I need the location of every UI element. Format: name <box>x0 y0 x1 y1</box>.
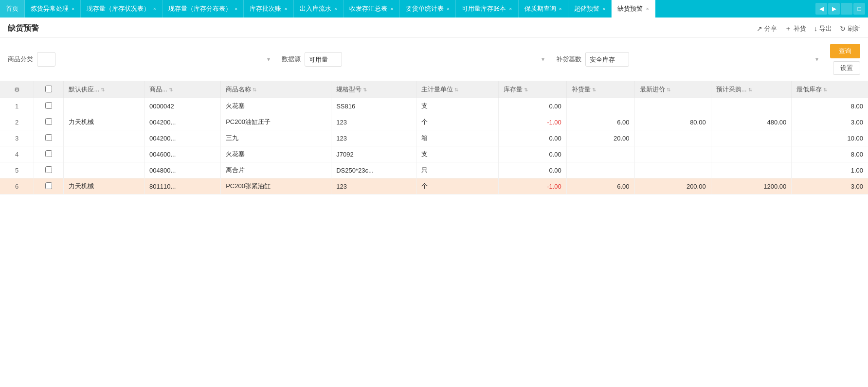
sort-icon: ⇅ <box>823 87 827 92</box>
tab-inventory-dist[interactable]: 现存量（库存分布表） × <box>163 0 244 18</box>
tab-batch-account[interactable]: 库存批次账 × <box>244 0 293 18</box>
close-icon[interactable]: × <box>447 6 450 12</box>
gear-icon[interactable]: ⚙ <box>5 86 29 93</box>
th-min-stock[interactable]: 最低库存 ⇅ <box>792 81 868 98</box>
table-row: 2力天机械004200...PC200油缸庄子123个-1.006.0080.0… <box>0 114 868 130</box>
cell-spec: SS816 <box>331 98 416 114</box>
th-spec[interactable]: 规格型号 ⇅ <box>331 81 416 98</box>
export-button[interactable]: ↓ 导出 <box>814 24 832 33</box>
cell-check <box>34 178 64 194</box>
replenish-base-select[interactable]: 安全库存 <box>585 52 629 67</box>
tab-inventory-status[interactable]: 现存量（库存状况表） × <box>81 0 162 18</box>
tab-home[interactable]: 首页 <box>0 0 25 18</box>
replenish-base-label: 补货基数 <box>556 55 581 64</box>
cell-latest-price <box>634 98 711 114</box>
cell-forecast-purchase <box>711 130 792 146</box>
row-checkbox[interactable] <box>45 166 52 173</box>
close-icon[interactable]: × <box>646 6 649 12</box>
row-checkbox[interactable] <box>45 182 52 189</box>
cell-unit: 箱 <box>416 130 498 146</box>
cell-supplier <box>64 130 145 146</box>
nav-prev-button[interactable]: ◀ <box>815 3 827 15</box>
tab-available-ledger[interactable]: 可用量库存账本 × <box>456 0 518 18</box>
nav-maximize-button[interactable]: □ <box>853 3 865 15</box>
close-icon[interactable]: × <box>509 6 512 12</box>
cell-spec: 123 <box>331 114 416 130</box>
nav-minimize-button[interactable]: － <box>841 3 852 15</box>
cell-code: 004600... <box>145 146 221 162</box>
cell-replenish: 6.00 <box>566 178 634 194</box>
category-select[interactable] <box>37 52 55 67</box>
sort-icon: ⇅ <box>592 87 596 92</box>
tab-shortage-warning[interactable]: 缺货预警 × <box>612 0 655 18</box>
cell-supplier <box>64 146 145 162</box>
th-gear: ⚙ <box>0 81 34 98</box>
datasource-select-wrapper: 可用量 <box>305 52 548 67</box>
nav-controls: ◀ ▶ － □ <box>813 3 868 15</box>
top-navigation: 首页 炼货异常处理 × 现存量（库存状况表） × 现存量（库存分布表） × 库存… <box>0 0 868 18</box>
tab-refinery[interactable]: 炼货异常处理 × <box>25 0 81 18</box>
datasource-select[interactable]: 可用量 <box>305 52 342 67</box>
close-icon[interactable]: × <box>284 6 287 12</box>
cell-unit: 只 <box>416 162 498 178</box>
close-icon[interactable]: × <box>153 6 156 12</box>
th-check <box>34 81 64 98</box>
th-stock[interactable]: 库存量 ⇅ <box>499 81 567 98</box>
th-forecast[interactable]: 预计采购... ⇅ <box>711 81 792 98</box>
close-icon[interactable]: × <box>334 6 337 12</box>
nav-next-button[interactable]: ▶ <box>828 3 840 15</box>
cell-unit: 支 <box>416 98 498 114</box>
cell-index: 5 <box>0 162 34 178</box>
cell-check <box>34 130 64 146</box>
replenish-button[interactable]: ＋ 补货 <box>785 24 806 33</box>
select-all-checkbox[interactable] <box>45 86 52 92</box>
cell-min-stock: 3.00 <box>792 114 868 130</box>
tab-demand-stats[interactable]: 要货单统计表 × <box>400 0 456 18</box>
row-checkbox[interactable] <box>45 150 52 157</box>
cell-spec: 123 <box>331 130 416 146</box>
close-icon[interactable]: × <box>390 6 393 12</box>
table-row: 6力天机械801110...PC200张紧油缸123个-1.006.00200.… <box>0 178 868 194</box>
page-title: 缺货预警 <box>8 23 39 34</box>
category-select-wrapper <box>37 52 274 67</box>
cell-forecast-purchase <box>711 162 792 178</box>
cell-name: 火花塞 <box>221 146 331 162</box>
th-unit[interactable]: 主计量单位 ⇅ <box>416 81 498 98</box>
cell-forecast-purchase <box>711 98 792 114</box>
th-replenish[interactable]: 补货量 ⇅ <box>566 81 634 98</box>
row-checkbox[interactable] <box>45 134 52 141</box>
tab-inout-flow[interactable]: 出入库流水 × <box>294 0 344 18</box>
settings-button[interactable]: 设置 <box>833 61 860 75</box>
cell-supplier: 力天机械 <box>64 178 145 194</box>
sort-icon: ⇅ <box>524 87 528 92</box>
cell-stock: 0.00 <box>499 98 567 114</box>
cell-latest-price: 80.00 <box>634 114 711 130</box>
header-actions: ↗ 分享 ＋ 补货 ↓ 导出 ↻ 刷新 <box>757 24 860 33</box>
cell-index: 6 <box>0 178 34 194</box>
cell-latest-price: 200.00 <box>634 178 711 194</box>
cell-code: 004800... <box>145 162 221 178</box>
close-icon[interactable]: × <box>602 6 605 12</box>
row-checkbox[interactable] <box>45 102 52 109</box>
tab-expiry-query[interactable]: 保质期查询 × <box>519 0 568 18</box>
cell-stock: 0.00 <box>499 130 567 146</box>
cell-unit: 个 <box>416 114 498 130</box>
query-button[interactable]: 查询 <box>830 44 860 58</box>
row-checkbox[interactable] <box>45 118 52 125</box>
th-code[interactable]: 商品... ⇅ <box>145 81 221 98</box>
share-button[interactable]: ↗ 分享 <box>757 24 777 33</box>
th-name[interactable]: 商品名称 ⇅ <box>221 81 331 98</box>
th-supplier[interactable]: 默认供应... ⇅ <box>64 81 145 98</box>
refresh-button[interactable]: ↻ 刷新 <box>840 24 860 33</box>
cell-unit: 个 <box>416 178 498 194</box>
close-icon[interactable]: × <box>559 6 562 12</box>
export-icon: ↓ <box>814 25 817 33</box>
page-container: 缺货预警 ↗ 分享 ＋ 补货 ↓ 导出 ↻ 刷新 商品分类 <box>0 18 868 387</box>
th-price[interactable]: 最新进价 ⇅ <box>634 81 711 98</box>
close-icon[interactable]: × <box>72 6 74 12</box>
cell-spec: 123 <box>331 178 416 194</box>
close-icon[interactable]: × <box>235 6 237 12</box>
cell-stock: -1.00 <box>499 178 567 194</box>
tab-overstock-warning[interactable]: 超储预警 × <box>568 0 612 18</box>
tab-receive-summary[interactable]: 收发存汇总表 × <box>344 0 399 18</box>
